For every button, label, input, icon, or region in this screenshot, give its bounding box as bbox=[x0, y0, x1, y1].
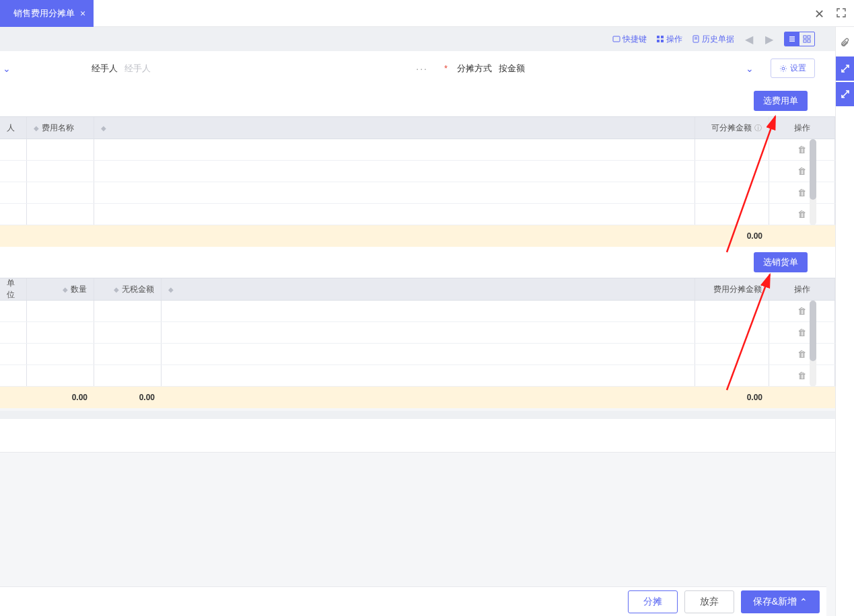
th-ops: 操作 bbox=[769, 117, 835, 139]
settings-label: 设置 bbox=[790, 63, 806, 74]
sort-icon: ◆ bbox=[114, 286, 119, 293]
toolbar: 快捷键 操作 历史单据 ◀ ▶ bbox=[0, 27, 835, 51]
sort-icon: ◆ bbox=[63, 286, 68, 293]
view-list-button[interactable] bbox=[785, 32, 799, 46]
expand2-icon[interactable] bbox=[836, 82, 854, 106]
svg-rect-8 bbox=[804, 40, 806, 42]
table-row[interactable]: 🗑 bbox=[0, 139, 835, 161]
handler-field: 经手人 ··· bbox=[92, 61, 428, 76]
th-allocatable[interactable]: 可分摊金额ⓘ bbox=[695, 117, 769, 139]
handler-label: 经手人 bbox=[92, 63, 118, 75]
trash-icon[interactable]: 🗑 bbox=[797, 145, 806, 155]
expense-sum-row: 0.00 bbox=[0, 225, 835, 247]
help-icon[interactable]: ⓘ bbox=[754, 123, 762, 133]
sales-tbody: 🗑 🗑 🗑 🗑 bbox=[0, 301, 835, 387]
svg-rect-3 bbox=[657, 40, 660, 42]
th-blank[interactable]: ◆ bbox=[94, 117, 695, 139]
discard-button[interactable]: 放弃 bbox=[684, 590, 734, 613]
view-toggle bbox=[784, 32, 815, 46]
expand-icon[interactable] bbox=[836, 56, 854, 81]
remark-area[interactable] bbox=[0, 419, 835, 453]
sales-sum-row: 0.00 0.00 0.00 bbox=[0, 387, 835, 408]
svg-rect-1 bbox=[657, 36, 660, 38]
close-icon[interactable]: ✕ bbox=[814, 7, 824, 22]
expense-thead: 人 ◆费用名称 ◆ 可分摊金额ⓘ 操作 bbox=[0, 116, 835, 139]
trash-icon[interactable]: 🗑 bbox=[797, 349, 806, 359]
form-row: ⌄ 经手人 ··· * 分摊方式 ⌄ 设置 bbox=[0, 51, 835, 85]
th-allocation[interactable]: 费用分摊金额 bbox=[695, 278, 769, 300]
view-grid-button[interactable] bbox=[799, 32, 814, 46]
nav-next-icon[interactable]: ▶ bbox=[764, 33, 775, 46]
shortcut-link[interactable]: 快捷键 bbox=[612, 34, 647, 45]
table-row[interactable]: 🗑 bbox=[0, 161, 835, 182]
trash-icon[interactable]: 🗑 bbox=[797, 166, 806, 176]
operate-link[interactable]: 操作 bbox=[656, 34, 682, 45]
th-untaxed[interactable]: ◆无税金额 bbox=[94, 278, 162, 300]
scrollbar[interactable] bbox=[810, 139, 816, 225]
sales-table: 单位 ◆数量 ◆无税金额 ◆ 费用分摊金额 操作 🗑 🗑 🗑 🗑 0.00 0.… bbox=[0, 278, 835, 408]
sales-select-row: 选销货单 bbox=[0, 247, 835, 278]
sum-qty: 0.00 bbox=[27, 387, 94, 408]
trash-icon[interactable]: 🗑 bbox=[797, 328, 806, 338]
table-row[interactable]: 🗑 bbox=[0, 301, 835, 322]
method-field: * 分摊方式 ⌄ bbox=[444, 61, 754, 76]
sort-icon: ◆ bbox=[168, 286, 174, 293]
table-row[interactable]: 🗑 bbox=[0, 344, 835, 365]
table-row[interactable]: 🗑 bbox=[0, 182, 835, 204]
expense-select-row: 选费用单 bbox=[0, 85, 835, 116]
right-sidebar bbox=[835, 27, 854, 616]
tab-close-icon[interactable]: × bbox=[80, 8, 85, 19]
trash-icon[interactable]: 🗑 bbox=[797, 209, 806, 219]
nav-prev-icon[interactable]: ◀ bbox=[744, 33, 754, 46]
method-input[interactable] bbox=[499, 61, 754, 76]
handler-input[interactable] bbox=[124, 61, 409, 76]
operate-label: 操作 bbox=[666, 34, 682, 45]
chevron-down-icon[interactable]: ⌄ bbox=[746, 63, 754, 74]
chevron-down-icon[interactable]: ⌄ bbox=[3, 63, 11, 74]
sales-thead: 单位 ◆数量 ◆无税金额 ◆ 费用分摊金额 操作 bbox=[0, 278, 835, 301]
svg-rect-9 bbox=[808, 40, 810, 42]
sort-icon: ◆ bbox=[34, 124, 39, 132]
history-link[interactable]: 历史单据 bbox=[692, 34, 734, 45]
sum-untaxed: 0.00 bbox=[94, 387, 162, 408]
sort-icon: ◆ bbox=[101, 124, 106, 132]
select-sales-button[interactable]: 选销货单 bbox=[754, 252, 808, 272]
th-blank2[interactable]: ◆ bbox=[162, 278, 695, 300]
settings-button[interactable]: 设置 bbox=[771, 59, 815, 78]
table-row[interactable]: 🗑 bbox=[0, 322, 835, 344]
th-person[interactable]: 人 bbox=[0, 117, 27, 139]
save-new-label: 保存&新增 bbox=[753, 596, 797, 608]
shortcut-label: 快捷键 bbox=[622, 34, 647, 45]
trash-icon[interactable]: 🗑 bbox=[797, 371, 806, 381]
svg-point-10 bbox=[782, 67, 785, 70]
chevron-up-icon: ⌃ bbox=[799, 596, 808, 607]
th-unit[interactable]: 单位 bbox=[0, 278, 27, 300]
footer: 分摊 放弃 保存&新增 ⌃ bbox=[0, 586, 826, 616]
save-new-button[interactable]: 保存&新增 ⌃ bbox=[741, 590, 820, 613]
tab-title: 销售费用分摊单 bbox=[13, 7, 75, 20]
attachment-icon[interactable] bbox=[836, 34, 854, 52]
th-ops2: 操作 bbox=[769, 278, 835, 300]
scrollbar[interactable] bbox=[810, 301, 816, 387]
table-row[interactable]: 🗑 bbox=[0, 204, 835, 225]
select-expense-button[interactable]: 选费用单 bbox=[754, 91, 808, 111]
history-label: 历史单据 bbox=[702, 34, 734, 45]
expense-table: 人 ◆费用名称 ◆ 可分摊金额ⓘ 操作 🗑 🗑 🗑 🗑 0.00 bbox=[0, 116, 835, 247]
svg-rect-4 bbox=[661, 40, 664, 42]
table-row[interactable]: 🗑 bbox=[0, 365, 835, 387]
svg-rect-6 bbox=[804, 36, 806, 38]
th-qty[interactable]: ◆数量 bbox=[27, 278, 94, 300]
more-icon[interactable]: ··· bbox=[416, 63, 428, 74]
required-mark: * bbox=[444, 63, 448, 73]
th-expense-name[interactable]: ◆费用名称 bbox=[27, 117, 94, 139]
expense-tbody: 🗑 🗑 🗑 🗑 bbox=[0, 139, 835, 225]
sum-allocatable: 0.00 bbox=[695, 225, 769, 247]
svg-rect-0 bbox=[613, 36, 620, 42]
svg-rect-2 bbox=[661, 36, 664, 38]
tab-active[interactable]: 销售费用分摊单 × bbox=[0, 0, 94, 27]
trash-icon[interactable]: 🗑 bbox=[797, 306, 806, 316]
allocate-button[interactable]: 分摊 bbox=[628, 590, 678, 613]
fullscreen-icon[interactable] bbox=[837, 8, 846, 17]
trash-icon[interactable]: 🗑 bbox=[797, 188, 806, 198]
method-label: 分摊方式 bbox=[457, 63, 492, 75]
